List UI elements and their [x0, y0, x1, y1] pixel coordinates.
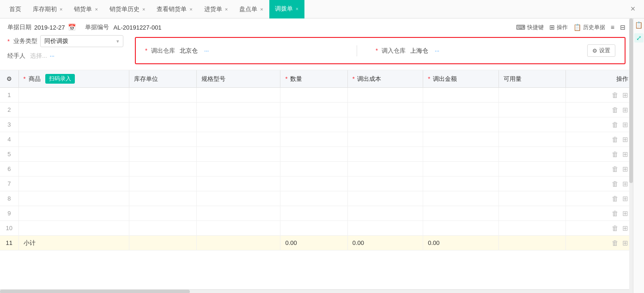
history-button[interactable]: 📋 历史单据 [573, 24, 605, 31]
transfer-in-value[interactable]: 上海仓 [410, 47, 428, 55]
cell-available[interactable] [498, 88, 565, 103]
cell-unit[interactable] [129, 88, 196, 103]
bottom-scrollbar[interactable] [0, 289, 633, 293]
cell-unit[interactable] [129, 177, 196, 191]
layout2-button[interactable]: ⊟ [620, 24, 626, 31]
copy-icon[interactable]: ⊞ [622, 135, 628, 144]
tab-sales-order[interactable]: 销货单 × [68, 0, 103, 18]
cell-available[interactable] [498, 132, 565, 147]
cell-available[interactable] [498, 191, 565, 206]
tab-transfer-order[interactable]: 调拨单 × [269, 0, 304, 18]
table-container[interactable]: ⚙ * 商品 扫码录入 库存单位 规格型号 [0, 70, 633, 289]
cell-spec[interactable] [196, 177, 280, 191]
cell-spec[interactable] [196, 88, 280, 103]
delete-icon[interactable]: 🗑 [612, 165, 619, 173]
copy-icon[interactable]: ⊞ [622, 91, 628, 99]
cell-available[interactable] [498, 206, 565, 221]
cell-qty[interactable] [280, 117, 347, 132]
shortcut-button[interactable]: ⌨ 快捷键 [516, 24, 544, 31]
cell-spec[interactable] [196, 147, 280, 162]
cell-product[interactable] [18, 147, 129, 162]
copy-icon[interactable]: ⊞ [622, 121, 628, 129]
cell-cost[interactable] [347, 147, 423, 162]
delete-icon[interactable]: 🗑 [612, 239, 619, 247]
scan-button[interactable]: 扫码录入 [45, 74, 75, 84]
cell-cost[interactable] [347, 221, 423, 236]
copy-icon[interactable]: ⊞ [622, 195, 628, 203]
cell-product[interactable] [18, 162, 129, 177]
cell-product[interactable] [18, 132, 129, 147]
cell-amount[interactable] [423, 103, 499, 117]
operator-more-button[interactable]: ··· [50, 53, 55, 59]
cell-unit[interactable] [129, 221, 196, 236]
cell-cost[interactable] [347, 191, 423, 206]
cell-available[interactable] [498, 103, 565, 117]
cell-product[interactable] [18, 191, 129, 206]
cell-available[interactable] [498, 162, 565, 177]
cell-cost[interactable] [347, 162, 423, 177]
delete-icon[interactable]: 🗑 [612, 150, 619, 158]
close-tab-view-sales[interactable]: × [189, 6, 192, 12]
business-type-select[interactable]: 同价调拨 ▾ [40, 35, 123, 47]
cell-cost[interactable] [347, 117, 423, 132]
close-window-button[interactable]: × [626, 2, 640, 17]
cell-qty[interactable] [280, 88, 347, 103]
copy-icon[interactable]: ⊞ [622, 180, 628, 188]
cell-amount[interactable] [423, 132, 499, 147]
cell-cost[interactable] [347, 206, 423, 221]
cell-available[interactable] [498, 117, 565, 132]
tab-inventory-init[interactable]: 库存期初 × [27, 0, 68, 18]
transfer-out-value[interactable]: 北京仓 [180, 47, 198, 55]
cell-spec[interactable] [196, 103, 280, 117]
cell-spec[interactable] [196, 162, 280, 177]
cell-spec[interactable] [196, 117, 280, 132]
cell-available[interactable] [498, 177, 565, 191]
cell-unit[interactable] [129, 103, 196, 117]
cell-amount[interactable] [423, 147, 499, 162]
cell-spec[interactable] [196, 132, 280, 147]
cell-amount[interactable] [423, 221, 499, 236]
delete-icon[interactable]: 🗑 [612, 121, 619, 128]
delete-icon[interactable]: 🗑 [612, 209, 619, 217]
table-gear-icon[interactable]: ⚙ [6, 75, 12, 82]
operator-input[interactable]: 选择... [30, 52, 47, 60]
copy-icon[interactable]: ⊞ [622, 150, 628, 159]
delete-icon[interactable]: 🗑 [612, 224, 619, 232]
col-gear[interactable]: ⚙ [0, 70, 18, 88]
date-value[interactable]: 2019-12-27 [34, 24, 65, 31]
layout1-button[interactable]: ≡ [611, 24, 614, 31]
scrollbar-track[interactable] [629, 18, 633, 293]
copy-icon[interactable]: ⊞ [622, 165, 628, 173]
cell-qty[interactable] [280, 147, 347, 162]
cell-cost[interactable] [347, 88, 423, 103]
cell-product[interactable] [18, 88, 129, 103]
cell-available[interactable] [498, 221, 565, 236]
cell-spec[interactable] [196, 191, 280, 206]
copy-icon[interactable]: ⊞ [622, 224, 628, 232]
copy-icon[interactable]: ⊞ [622, 106, 628, 114]
cell-product[interactable] [18, 103, 129, 117]
cell-amount[interactable] [423, 162, 499, 177]
copy-icon[interactable]: ⊞ [622, 239, 628, 247]
calendar-icon[interactable]: 📅 [68, 24, 76, 31]
cell-amount[interactable] [423, 117, 499, 132]
cell-spec[interactable] [196, 221, 280, 236]
cell-unit[interactable] [129, 162, 196, 177]
cell-product[interactable] [18, 117, 129, 132]
cell-available[interactable] [498, 147, 565, 162]
cell-qty[interactable] [280, 132, 347, 147]
cell-amount[interactable] [423, 88, 499, 103]
delete-icon[interactable]: 🗑 [612, 195, 619, 202]
close-tab-sales-history[interactable]: × [142, 6, 145, 12]
cell-unit[interactable] [129, 132, 196, 147]
cell-unit[interactable] [129, 206, 196, 221]
settings-button[interactable]: ⚙ 设置 [587, 44, 615, 57]
tab-sales-history[interactable]: 销货单历史 × [104, 0, 151, 18]
cell-unit[interactable] [129, 191, 196, 206]
operation-button[interactable]: ⊞ 操作 [549, 24, 568, 31]
tab-purchase-order[interactable]: 进货单 × [199, 0, 234, 18]
delete-icon[interactable]: 🗑 [612, 180, 619, 188]
delete-icon[interactable]: 🗑 [612, 106, 619, 114]
cell-spec[interactable] [196, 206, 280, 221]
cell-product[interactable] [18, 206, 129, 221]
